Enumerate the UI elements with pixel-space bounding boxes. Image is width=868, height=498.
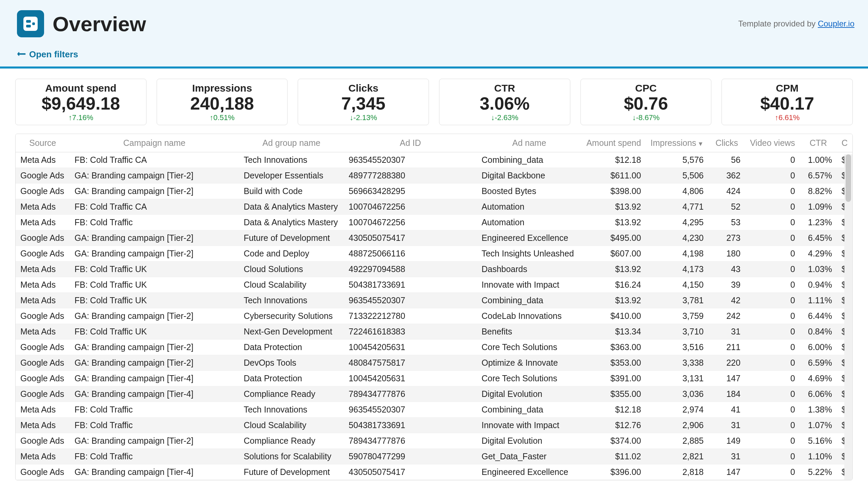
cell-adid: 569663428295 (344, 184, 477, 199)
cell-spend: $611.00 (582, 168, 645, 184)
cell-spend: $410.00 (582, 309, 645, 324)
cell-adid: 430505075417 (344, 230, 477, 246)
table-row[interactable]: Google AdsGA: Branding campaign [Tier-2]… (16, 168, 852, 184)
cell-video: 0 (745, 418, 800, 433)
cell-ctr: 1.38% (800, 402, 837, 418)
th-adname[interactable]: Ad name (477, 134, 582, 152)
kpi-label: Clicks (302, 82, 425, 94)
kpi-card[interactable]: Clicks7,345↓-2.13% (298, 79, 429, 125)
cell-campaign: GA: Branding campaign [Tier-2] (70, 340, 239, 355)
cell-adgroup: Data Protection (239, 371, 344, 386)
th-clicks[interactable]: Clicks (708, 134, 745, 152)
kpi-delta: ↑7.16% (19, 113, 143, 122)
cell-adname: Dashboards (477, 262, 582, 277)
cell-impr: 2,906 (646, 418, 709, 433)
cell-adgroup: Cloud Scalability (239, 418, 344, 433)
cell-campaign: GA: Branding campaign [Tier-2] (70, 309, 239, 324)
cell-video: 0 (745, 168, 800, 184)
th-adid[interactable]: Ad ID (344, 134, 477, 152)
page-title: Overview (53, 12, 146, 36)
table-row[interactable]: Meta AdsFB: Cold TrafficData & Analytics… (16, 215, 852, 230)
cell-adgroup: Compliance Ready (239, 386, 344, 402)
cell-impr: 3,516 (646, 340, 709, 355)
table-row[interactable]: Google AdsGA: Branding campaign [Tier-2]… (16, 184, 852, 199)
cell-adgroup: Cloud Solutions (239, 262, 344, 277)
th-ctr[interactable]: CTR (800, 134, 837, 152)
cell-adname: Combining_data (477, 402, 582, 418)
th-impressions[interactable]: Impressions▼ (646, 134, 709, 152)
kpi-value: 3.06% (443, 94, 566, 113)
table-row[interactable]: Meta AdsFB: Cold Traffic CATech Innovati… (16, 152, 852, 168)
cell-spend: $495.00 (582, 230, 645, 246)
table-row[interactable]: Meta AdsFB: Cold Traffic CAData & Analyt… (16, 199, 852, 215)
cell-campaign: GA: Branding campaign [Tier-2] (70, 246, 239, 262)
table-row[interactable]: Google AdsGA: Branding campaign [Tier-2]… (16, 355, 852, 371)
table-row[interactable]: Meta AdsFB: Cold Traffic UKTech Innovati… (16, 293, 852, 309)
coupler-link[interactable]: Coupler.io (818, 19, 854, 28)
kpi-card[interactable]: Impressions240,188↑0.51% (157, 79, 288, 125)
table-row[interactable]: Google AdsGA: Branding campaign [Tier-2]… (16, 433, 852, 449)
th-cut[interactable]: C (837, 134, 852, 152)
cell-adgroup: Code and Deploy (239, 246, 344, 262)
cell-adid: 590780477299 (344, 449, 477, 464)
th-adgroup[interactable]: Ad group name (239, 134, 344, 152)
cell-ctr: 6.44% (800, 309, 837, 324)
table-row[interactable]: Google AdsGA: Branding campaign [Tier-2]… (16, 230, 852, 246)
kpi-card[interactable]: CPC$0.76↓-8.67% (580, 79, 712, 125)
cell-video: 0 (745, 340, 800, 355)
table-row[interactable]: Google AdsGA: Branding campaign [Tier-4]… (16, 464, 852, 480)
cell-impr: 2,885 (646, 433, 709, 449)
cell-adname: Core Tech Solutions (477, 340, 582, 355)
cell-impr: 4,150 (646, 277, 709, 293)
cell-spend: $12.18 (582, 402, 645, 418)
table-row[interactable]: Google AdsGA: Branding campaign [Tier-2]… (16, 309, 852, 324)
th-source[interactable]: Source (16, 134, 70, 152)
cell-clicks: 242 (708, 309, 745, 324)
table-row[interactable]: Meta AdsFB: Cold TrafficCloud Scalabilit… (16, 418, 852, 433)
cell-video: 0 (745, 433, 800, 449)
kpi-label: Impressions (160, 82, 284, 94)
kpi-card[interactable]: Amount spend$9,649.18↑7.16% (15, 79, 146, 125)
kpi-label: CPC (584, 82, 708, 94)
cell-adname: Benefits (477, 324, 582, 340)
table-row[interactable]: Meta AdsFB: Cold Traffic UKNext-Gen Deve… (16, 324, 852, 340)
cell-adgroup: Data Protection (239, 340, 344, 355)
cell-adname: Innovate with Impact (477, 277, 582, 293)
cell-adgroup: Future of Development (239, 230, 344, 246)
cell-clicks: 273 (708, 230, 745, 246)
th-campaign[interactable]: Campaign name (70, 134, 239, 152)
table-row[interactable]: Google AdsGA: Branding campaign [Tier-2]… (16, 340, 852, 355)
cell-video: 0 (745, 386, 800, 402)
table-row[interactable]: Meta AdsFB: Cold TrafficSolutions for Sc… (16, 449, 852, 464)
cell-ctr: 1.09% (800, 199, 837, 215)
open-filters-button[interactable]: 🠔 Open filters (17, 49, 854, 60)
cell-spend: $398.00 (582, 184, 645, 199)
arrow-left-icon: 🠔 (17, 49, 26, 60)
table-row[interactable]: Meta AdsFB: Cold Traffic UKCloud Scalabi… (16, 277, 852, 293)
cell-spend: $374.00 (582, 433, 645, 449)
cell-adgroup: Data & Analytics Mastery (239, 199, 344, 215)
table-row[interactable]: Google AdsGA: Branding campaign [Tier-2]… (16, 246, 852, 262)
cell-source: Meta Ads (16, 215, 70, 230)
cell-source: Meta Ads (16, 152, 70, 168)
cell-clicks: 180 (708, 246, 745, 262)
cell-adid: 722461618383 (344, 324, 477, 340)
cell-adname: Tech Insights Unleashed (477, 246, 582, 262)
open-filters-label: Open filters (29, 49, 78, 60)
cell-video: 0 (745, 355, 800, 371)
kpi-card[interactable]: CPM$40.17↑6.61% (722, 79, 853, 125)
cell-campaign: FB: Cold Traffic UK (70, 262, 239, 277)
table-row[interactable]: Google AdsGA: Branding campaign [Tier-4]… (16, 386, 852, 402)
th-video[interactable]: Video views (745, 134, 800, 152)
cell-adid: 963545520307 (344, 152, 477, 168)
table-row[interactable]: Google AdsGA: Branding campaign [Tier-4]… (16, 371, 852, 386)
table-row[interactable]: Meta AdsFB: Cold TrafficTech Innovations… (16, 402, 852, 418)
svg-rect-3 (32, 22, 35, 25)
vertical-scrollbar[interactable] (844, 154, 852, 480)
table-row[interactable]: Meta AdsFB: Cold Traffic UKCloud Solutio… (16, 262, 852, 277)
kpi-value: $0.76 (584, 94, 708, 113)
th-spend[interactable]: Amount spend (582, 134, 645, 152)
scroll-thumb[interactable] (846, 154, 851, 202)
kpi-card[interactable]: CTR3.06%↓-2.63% (439, 79, 570, 125)
cell-adid: 789434777876 (344, 433, 477, 449)
